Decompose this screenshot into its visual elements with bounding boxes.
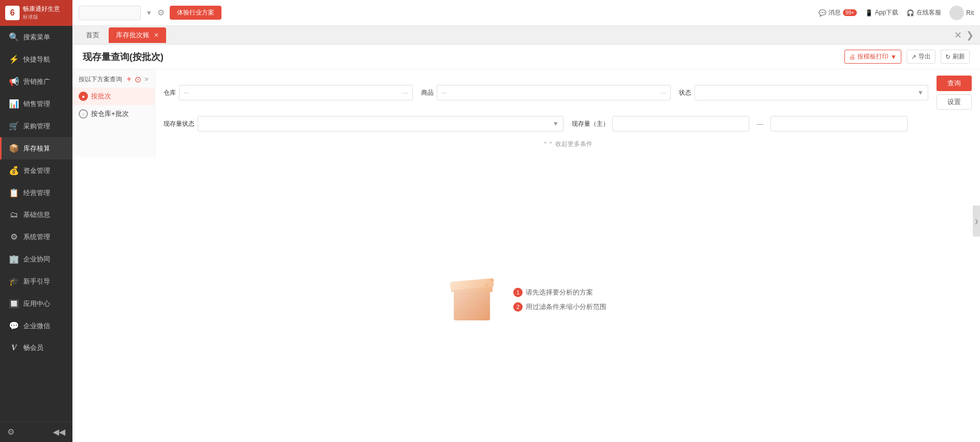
print-template-label: 按模板打印 <box>857 52 888 61</box>
message-label: 消息 <box>828 8 841 17</box>
headset-icon: 🎧 <box>907 9 914 17</box>
collapse-more-button[interactable]: ⌃⌃ 收起更多条件 <box>164 138 972 151</box>
collapse-plan-icon[interactable]: » <box>144 75 149 84</box>
sidebar-item-operations[interactable]: 📋 经营管理 <box>0 182 72 204</box>
sidebar-item-wechat[interactable]: 💬 企业微信 <box>0 315 72 337</box>
sidebar-label-wechat: 企业微信 <box>23 321 50 331</box>
goods-label: 商品 <box>421 89 434 97</box>
tab-inventory-batch-label: 库存批次账 <box>116 31 150 40</box>
filter-settings-button[interactable]: 设置 <box>937 94 972 110</box>
export-label: 导出 <box>918 52 931 61</box>
topbar-settings-icon[interactable]: ⚙ <box>157 8 165 18</box>
tab-home[interactable]: 首页 <box>79 27 107 43</box>
warehouse-input[interactable]: ··· ··· <box>179 85 413 100</box>
basics-icon: 🗂 <box>9 210 19 219</box>
filter-sidebar-icons: + ⊙ » <box>127 75 149 84</box>
inventory-main-from[interactable] <box>612 116 749 131</box>
message-button[interactable]: 💬 消息 99+ <box>819 8 857 17</box>
experience-button[interactable]: 体验行业方案 <box>170 6 221 20</box>
sidebar-item-marketing[interactable]: 📢 营销推广 <box>0 70 72 93</box>
plan-batch-label: 按批次 <box>91 92 111 101</box>
user-profile[interactable]: Rit <box>949 6 974 20</box>
sidebar-item-inventory[interactable]: 📦 库存核算 <box>0 137 72 159</box>
sidebar-label-basics: 基础信息 <box>23 210 50 219</box>
purchase-icon: 🛒 <box>9 121 19 131</box>
sidebar-item-finance[interactable]: 💰 资金管理 <box>0 159 72 182</box>
sidebar-header: 6 畅康通好生意 标准版 <box>0 0 72 26</box>
filter-actions: 查询 设置 <box>937 76 972 110</box>
empty-icon: ★ ★ <box>446 274 498 326</box>
appstore-icon: 🔲 <box>9 299 19 308</box>
topbar-right: 💬 消息 99+ 📱 App下载 🎧 在线客服 Rit <box>819 6 974 20</box>
warehouse-more-icon[interactable]: ··· <box>402 89 408 97</box>
sidebar-item-quick-nav[interactable]: ⚡ 快捷导航 <box>0 48 72 70</box>
app-download-button[interactable]: 📱 App下载 <box>865 8 898 17</box>
refresh-button[interactable]: ↻ 刷新 <box>941 50 970 64</box>
sidebar-item-member[interactable]: V 畅会员 <box>0 337 72 359</box>
goods-input[interactable]: ··· ··· <box>437 85 671 100</box>
page-actions: 🖨 按模板打印 ▼ ↗ 导出 ↻ 刷新 <box>844 50 970 64</box>
status-select[interactable]: ▼ <box>694 85 928 100</box>
operations-icon: 📋 <box>9 188 19 198</box>
message-icon: 💬 <box>819 9 826 17</box>
sidebar-label-quick-nav: 快捷导航 <box>23 55 50 64</box>
lightning-icon: ⚡ <box>9 54 19 64</box>
refresh-label: 刷新 <box>953 52 965 61</box>
warehouse-field: 仓库 ··· ··· <box>164 85 413 100</box>
inventory-status-select[interactable]: ▼ <box>198 116 563 131</box>
dropdown-arrow-icon[interactable]: ▼ <box>146 9 152 17</box>
collapse-up-icon: ⌃⌃ <box>543 141 553 148</box>
avatar <box>949 6 964 20</box>
search-icon: 🔍 <box>9 32 19 42</box>
sidebar-item-system[interactable]: ⚙ 系统管理 <box>0 226 72 248</box>
plan-item-batch[interactable]: ● 按批次 <box>72 87 155 105</box>
sidebar-label-marketing: 营销推广 <box>23 77 50 86</box>
inventory-status-dropdown-icon[interactable]: ▼ <box>553 120 559 127</box>
collapse-sidebar-icon[interactable]: ◀◀ <box>53 427 65 437</box>
right-panel-toggle-icon[interactable]: ❯ <box>966 30 974 41</box>
filter-sidebar-header: 按以下方案查询 + ⊙ » <box>72 69 155 87</box>
marketing-icon: 📢 <box>9 77 19 86</box>
tab-close-icon[interactable]: ✕ <box>154 32 159 39</box>
inventory-status-label: 现存量状态 <box>164 120 195 128</box>
sidebar-label-purchase: 采购管理 <box>23 122 50 131</box>
empty-step-2-text: 用过滤条件来缩小分析范围 <box>526 302 606 312</box>
sidebar-item-basics[interactable]: 🗂 基础信息 <box>0 204 72 226</box>
plan-item-warehouse-batch[interactable]: ○ 按仓库+批次 <box>72 105 155 123</box>
add-plan-icon[interactable]: + <box>127 75 131 84</box>
status-dropdown-icon[interactable]: ▼ <box>917 89 924 96</box>
sidebar-item-search[interactable]: 🔍 搜索菜单 <box>0 26 72 48</box>
empty-text: 1 请先选择要分析的方案 2 用过滤条件来缩小分析范围 <box>513 288 606 312</box>
edition-label: 标准版 <box>23 13 60 21</box>
refresh-icon: ↻ <box>945 53 951 61</box>
query-button[interactable]: 查询 <box>937 76 972 91</box>
main-area: ▼ ⚙ 体验行业方案 💬 消息 99+ 📱 App下载 🎧 在线客服 Rit <box>72 0 980 442</box>
sidebar-item-newbie[interactable]: 🎓 新手引导 <box>0 270 72 292</box>
sidebar-item-purchase[interactable]: 🛒 采购管理 <box>0 115 72 137</box>
search-input[interactable] <box>79 6 141 20</box>
export-button[interactable]: ↗ 导出 <box>907 50 936 64</box>
tab-inventory-batch[interactable]: 库存批次账 ✕ <box>109 27 166 43</box>
sidebar-item-sales[interactable]: 📊 销售管理 <box>0 93 72 115</box>
settings-plan-icon[interactable]: ⊙ <box>135 75 141 84</box>
plan-warehouse-batch-icon: ○ <box>79 109 88 119</box>
empty-state: ★ ★ 1 请先选择要分析的方案 2 用过滤条件来缩小分析范围 <box>72 157 980 442</box>
right-edge-toggle[interactable]: ❯ <box>973 205 980 237</box>
printer-icon: 🖨 <box>849 53 855 61</box>
print-dropdown-icon[interactable]: ▼ <box>890 53 897 61</box>
status-field: 状态 ▼ <box>679 85 928 100</box>
settings-icon[interactable]: ⚙ <box>7 427 14 437</box>
sidebar-item-appstore[interactable]: 🔲 应用中心 <box>0 292 72 315</box>
goods-placeholder: ··· <box>441 89 447 96</box>
warehouse-label: 仓库 <box>164 89 176 97</box>
online-service-button[interactable]: 🎧 在线客服 <box>907 8 941 17</box>
status-label: 状态 <box>679 89 691 97</box>
sidebar-item-enterprise[interactable]: 🏢 企业协同 <box>0 248 72 270</box>
close-main-icon[interactable]: ✕ <box>954 30 962 41</box>
filter-sidebar: 按以下方案查询 + ⊙ » ● 按批次 ○ 按仓库+批次 <box>72 69 155 157</box>
sidebar-footer: ⚙ ◀◀ <box>0 421 72 442</box>
goods-more-icon[interactable]: ··· <box>660 89 666 97</box>
step-2-number: 2 <box>513 302 523 312</box>
inventory-main-to[interactable] <box>770 116 908 131</box>
print-template-button[interactable]: 🖨 按模板打印 ▼ <box>844 50 901 64</box>
